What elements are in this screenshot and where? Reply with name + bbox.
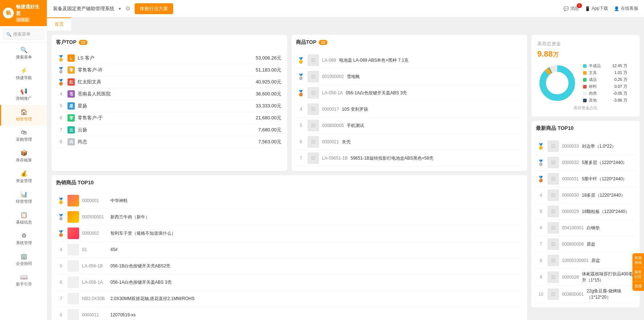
inventory-subtitle: 库存资金占比 <box>537 105 634 111</box>
medal-gold: 🥇 <box>57 55 65 62</box>
customer-name: 零售客户-于 <box>78 115 253 121</box>
header: 装备及固定资产辅助管理系统 ▾ ⚙ 体验行业方案 💬 消息 6 📱 App下载 … <box>47 0 644 17</box>
product-thumb-placeholder <box>68 276 79 288</box>
header-actions: 💬 消息 6 📱 App下载 👤 在线客服 <box>563 5 638 12</box>
nav-icon-system: ⚙ <box>21 232 27 239</box>
sidebar-item-sales[interactable]: 🏠 销售管理 <box>0 105 47 126</box>
customer-value: 51,183.00元 <box>256 67 281 73</box>
sidebar-item-base[interactable]: 📋 基础信息 <box>0 208 47 229</box>
rank-item: 🥉 红 红太阳文具 40,925.00元 <box>56 76 283 88</box>
legend-name: 成品 <box>589 77 603 82</box>
product-name: 22g鱼豆腐-烧烤味（1*12*20） <box>587 288 634 300</box>
customer-name: 红太阳文具 <box>78 79 253 85</box>
product-code: 000800005 <box>322 123 344 128</box>
legend-value: 1.01 万 <box>606 70 627 75</box>
product-code: 0000033 <box>562 144 579 149</box>
top-products-left-title: 商品TOP 10 <box>296 39 327 46</box>
product-code: 0000017 <box>322 107 339 112</box>
sidebar-item-operations[interactable]: 📊 经营管理 <box>0 187 47 208</box>
rank-item: 4 苍 苍南县人民医院 36,600.00元 <box>56 88 283 100</box>
products-badge: 10 <box>319 40 327 45</box>
product-thumb: 🖼 <box>307 136 319 148</box>
search-icon: 🔍 <box>6 32 12 37</box>
rank-number: 8 <box>57 139 65 144</box>
product-thumb: 🖼 <box>307 152 319 164</box>
nav-icon-inventory: 📦 <box>20 149 28 156</box>
customer-badge: 零 <box>68 66 75 74</box>
product-thumb: 🖼 <box>547 271 559 283</box>
legend-name: 肉类 <box>589 91 603 96</box>
system-dropdown-button[interactable]: ▾ <box>119 6 121 11</box>
nav-icon-quick: ⚡ <box>20 67 28 74</box>
sidebar-item-purchase[interactable]: 🛍 采购管理 <box>0 126 47 146</box>
legend-name: 半成品 <box>589 63 603 69</box>
nav-label-guide: 新手引导 <box>16 282 32 287</box>
nav-label-base: 基础信息 <box>16 220 32 225</box>
search-menu-button[interactable]: 🔍 搜索菜单 <box>3 29 44 40</box>
sidebar-item-guide[interactable]: 📖 新手引导 <box>0 270 47 291</box>
new-products-title: 最新商品 TOP10 <box>536 125 574 132</box>
product-code: 0000029 <box>562 209 579 214</box>
customer-badge: 尚 <box>68 138 75 145</box>
message-button[interactable]: 💬 消息 6 <box>563 5 579 12</box>
sidebar-item-marketing[interactable]: 📢 营销推广 <box>0 84 47 105</box>
medal-silver: 🥈 <box>537 159 545 166</box>
sidebar-item-search[interactable]: 🔍 搜索菜单 <box>0 43 47 63</box>
float-action-button[interactable]: 直播 <box>632 282 644 291</box>
product-name: 智利车子里（规格不知道填什么） <box>110 230 521 237</box>
sidebar-item-inventory[interactable]: 📦 库存核算 <box>0 146 47 167</box>
hot-product-item: 🥉 0000002 智利车子里（规格不知道填什么） <box>56 225 523 242</box>
top-customers-title: 客户TOP 10 <box>56 39 87 46</box>
float-action-button[interactable]: 客服热线 <box>632 253 644 267</box>
product-name: 2.0X30MM双搓花轴,搓花直径2.1MM/ROHS <box>110 296 521 302</box>
float-action-button[interactable]: 服务社区 <box>632 267 644 282</box>
new-product-item: 10 🖼 003800001 22g鱼豆腐-烧烤味（1*12*20） <box>536 286 635 303</box>
customer-value: 7,563.00元 <box>258 139 281 145</box>
hot-product-item: 🥈 000500001 新西兰牛肉（新牛） <box>56 209 523 225</box>
hot-product-item: 7 NB2.0X30B 2.0X30MM双搓花轴,搓花直径2.1MM/ROHS <box>56 291 523 307</box>
product-code: LA-056-1B <box>82 263 107 268</box>
customer-badge: 红 <box>68 78 75 86</box>
product-code: 0000028 <box>562 275 579 280</box>
product-code: 000500001 <box>82 214 107 220</box>
product-thumb: 🖼 <box>547 189 559 201</box>
settings-button[interactable]: ⚙ <box>125 5 130 12</box>
product-thumb: 🖼 <box>547 288 559 300</box>
nav-icon-sales: 🏠 <box>20 108 28 115</box>
product-thumb: 🖼 <box>307 87 319 99</box>
product-name: 5厘中纤（1220*2440） <box>582 176 634 182</box>
legend-dot <box>583 78 587 82</box>
rank-number: 5 <box>537 209 545 214</box>
product-thumb: 🖼 <box>547 238 559 250</box>
nav-icon-finance: 💰 <box>20 170 28 177</box>
rank-number: 5 <box>57 103 65 108</box>
trial-button[interactable]: 体验行业方案 <box>135 3 173 14</box>
sidebar-item-enterprise[interactable]: 🏢 企业协同 <box>0 249 47 270</box>
sidebar-item-system[interactable]: ⚙ 系统管理 <box>0 229 47 249</box>
logo-text: 畅捷通好生意 标准版 <box>16 4 44 22</box>
customer-name: 零售客户-许 <box>78 67 253 73</box>
product-name: 电池盖 LA-089 ABS本色+黑种 7.1克 <box>339 57 521 63</box>
online-service-button[interactable]: 👤 在线客服 <box>614 5 638 12</box>
nav-label-enterprise: 企业协同 <box>16 261 32 266</box>
product-image <box>68 211 79 223</box>
legend-dot <box>583 85 587 89</box>
customer-value: 36,600.00元 <box>256 91 281 97</box>
app-download-button[interactable]: 📱 App下载 <box>585 5 608 12</box>
new-product-item: 4 🖼 0000030 18多层（1220*2440） <box>536 187 635 204</box>
customer-badge: 云 <box>68 126 75 134</box>
product-image <box>68 227 79 239</box>
sidebar-search-area: 🔍 搜索菜单 <box>0 26 47 43</box>
nav-icon-marketing: 📢 <box>20 88 28 95</box>
new-product-item: 9 🖼 0000028 体彬荔枝味苏打饮品400毫升（1*15） <box>536 269 635 286</box>
medal-bronze: 🥉 <box>537 176 545 182</box>
sidebar-item-quick[interactable]: ⚡ 快捷导航 <box>0 63 47 84</box>
legend-name: 材料 <box>589 84 603 89</box>
tab-home[interactable]: 首页 <box>47 17 71 30</box>
nav-icon-guide: 📖 <box>20 274 28 280</box>
product-image <box>68 195 79 206</box>
sidebar-item-finance[interactable]: 💰 资金管理 <box>0 167 47 187</box>
main-content: 客户TOP 10 🥇 L LS 客户 53,006.26元🥈 零 零售客户-许 … <box>47 30 531 320</box>
service-icon: 👤 <box>614 6 619 11</box>
nav-label-marketing: 营销推广 <box>16 96 32 101</box>
